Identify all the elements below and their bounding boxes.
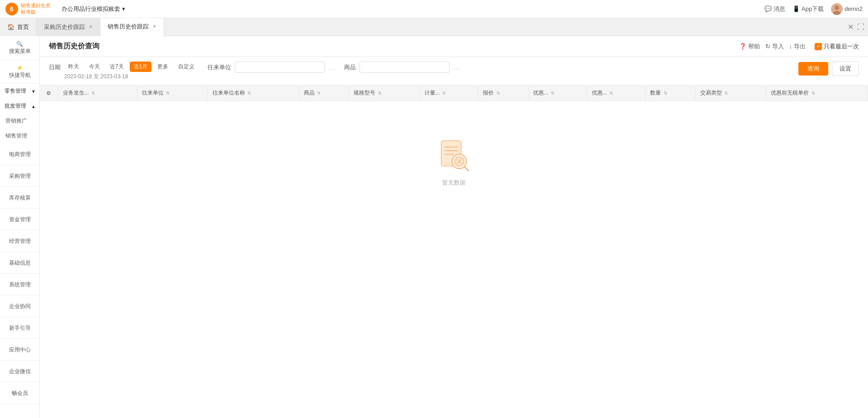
partner-filter-group: 往来单位 ... [208,62,335,73]
table-header: ⚙ 业务发生... ⇅ 往来单位 ⇅ 往来单位名称 ⇅ [40,86,868,101]
th-discount2[interactable]: 优惠... ⇅ [587,86,646,101]
svg-point-1 [835,5,839,10]
th-product[interactable]: 商品 ⇅ [299,86,349,101]
partner-input[interactable] [235,62,325,73]
chevron-down-icon: ▾ [122,5,125,12]
th-unit[interactable]: 计量... ⇅ [420,86,478,101]
close-purchase-tab-icon[interactable]: ✕ [89,24,93,30]
tab-purchase-history[interactable]: 采购历史价跟踪 ✕ [37,18,100,36]
import-icon: ↻ [765,43,770,50]
sidebar-item-system[interactable]: 系统管理 [0,274,39,295]
export-button[interactable]: ↓ 导出 [789,43,806,51]
th-quantity[interactable]: 数量 ⇅ [646,86,696,101]
date-btn-7days[interactable]: 近7天 [106,62,128,72]
only-last-once-toggle[interactable]: ✓ 只看最后一次 [815,43,859,51]
search-icon: 🔍 [16,41,23,47]
tab-sales-history[interactable]: 销售历史价跟踪 ✕ [100,18,164,36]
sidebar-item-app-center[interactable]: 应用中心 [0,339,39,361]
top-bar-left: 6 销售通好生意 标准版 办公用品行业模拟账套 ▾ [5,3,125,15]
date-btn-today[interactable]: 今天 [85,62,104,72]
sidebar-item-basic-info[interactable]: 基础信息 [0,252,39,274]
product-filter-group: 商品 ... [344,62,459,73]
sort-icon: ⇅ [378,90,382,95]
empty-state: 暂无数据 [40,101,868,223]
partner-dots-button[interactable]: ... [329,63,335,71]
sidebar-item-purchase[interactable]: 采购管理 [0,165,39,187]
sidebar-item-ecommerce[interactable]: 电商管理 [0,143,39,165]
date-btn-more[interactable]: 更多 [153,62,172,72]
product-input-group: ... [359,62,459,73]
sidebar-item-retail[interactable]: 零售管理 ▾ [0,84,39,99]
date-btn-yesterday[interactable]: 昨天 [64,62,83,72]
query-button[interactable]: 查询 [798,62,828,76]
empty-text: 暂无数据 [442,179,466,187]
close-all-tabs-button[interactable]: ✕ [848,23,854,31]
sort-icon: ⇅ [317,90,321,95]
sidebar-item-operations[interactable]: 经营管理 [0,230,39,252]
close-sales-tab-icon[interactable]: ✕ [152,24,156,29]
sidebar: 🔍 搜索菜单 ⚡ 快捷导航 零售管理 ▾ 批发管理 ▴ 营销推广 销售管理 电商… [0,36,40,418]
sidebar-item-inventory[interactable]: 库存核算 [0,187,39,209]
th-quote[interactable]: 报价 ⇅ [478,86,528,101]
avatar [831,3,843,15]
logo-text: 销售通好生意 标准版 [21,3,51,14]
th-pre-tax-price[interactable]: 优惠前无税单价 ⇅ [766,86,868,101]
app-selector[interactable]: 办公用品行业模拟账套 ▾ [61,5,125,13]
table-area: ⚙ 业务发生... ⇅ 往来单位 ⇅ 往来单位名称 ⇅ [40,86,868,418]
download-icon: 📱 [793,5,800,12]
sort-icon: ⇅ [91,90,95,95]
date-options: 昨天 今天 近7天 近1月 更多 自定义 [64,62,198,72]
partner-input-group: ... [235,62,335,73]
app-download-button[interactable]: 📱 App下载 [793,5,824,13]
sort-icon: ⇅ [496,90,500,95]
sort-icon: ⇅ [247,90,251,95]
message-icon: 💬 [764,5,772,12]
checkbox-icon: ✓ [815,43,822,50]
sidebar-item-marketing[interactable]: 营销推广 [0,114,39,128]
main-layout: 🔍 搜索菜单 ⚡ 快捷导航 零售管理 ▾ 批发管理 ▴ 营销推广 销售管理 电商… [0,36,868,418]
tab-home[interactable]: 🏠 首页 [0,18,37,36]
import-button[interactable]: ↻ 导入 [765,43,784,51]
help-button[interactable]: ❓ 帮助 [739,43,760,51]
chevron-up-icon: ▴ [32,103,35,109]
sidebar-item-wholesale[interactable]: 批发管理 ▴ [0,99,39,114]
sidebar-item-enterprise-wechat[interactable]: 企业微信 [0,361,39,382]
settings-button[interactable]: 设置 [832,62,859,76]
th-business-date[interactable]: 业务发生... ⇅ [58,86,137,101]
th-settings[interactable]: ⚙ [40,86,58,101]
page-title: 销售历史价查询 [49,42,99,57]
content-area: 销售历史价查询 ❓ 帮助 ↻ 导入 ↓ 导出 ✓ 只 [40,36,868,418]
chevron-down-icon: ▾ [32,88,35,95]
quick-nav-icon: ⚡ [16,65,23,71]
message-button[interactable]: 💬 消息 [764,5,785,13]
th-trade-type[interactable]: 交易类型 ⇅ [696,86,766,101]
sidebar-item-search-menu[interactable]: 🔍 搜索菜单 [0,36,39,60]
sort-icon: ⇅ [664,90,667,95]
product-input[interactable] [359,62,450,73]
date-range-display: 2023-02-18 至 2023-03-18 [64,73,198,81]
logo-area: 6 销售通好生意 标准版 [5,3,51,15]
sort-icon: ⇅ [811,90,815,95]
sort-icon: ⇅ [609,90,613,95]
sidebar-item-new-guide[interactable]: 新手引导 [0,317,39,339]
th-partner-code[interactable]: 往来单位 ⇅ [137,86,208,101]
product-filter-label: 商品 [344,62,356,71]
user-menu[interactable]: demo2 [831,3,863,15]
sort-icon: ⇅ [166,90,170,95]
maximize-button[interactable]: ⛶ [857,23,864,31]
sidebar-item-sales-management[interactable]: 销售管理 [0,128,39,143]
export-icon: ↓ [789,43,793,50]
date-btn-1month[interactable]: 近1月 [130,62,152,72]
sidebar-item-member[interactable]: 畅会员 [0,382,39,404]
th-spec[interactable]: 规格型号 ⇅ [349,86,420,101]
th-partner-name[interactable]: 往来单位名称 ⇅ [208,86,299,101]
th-discount1[interactable]: 优惠... ⇅ [528,86,587,101]
page-header-actions: ❓ 帮助 ↻ 导入 ↓ 导出 ✓ 只看最后一次 [739,43,859,56]
sidebar-item-enterprise-cooperation[interactable]: 企业协同 [0,295,39,317]
home-icon: 🏠 [7,24,14,30]
sidebar-item-quick-nav[interactable]: ⚡ 快捷导航 [0,60,39,84]
data-table: ⚙ 业务发生... ⇅ 往来单位 ⇅ 往来单位名称 ⇅ [40,86,868,101]
date-btn-custom[interactable]: 自定义 [174,62,198,72]
sidebar-item-finance[interactable]: 资金管理 [0,209,39,230]
product-dots-button[interactable]: ... [453,63,459,71]
